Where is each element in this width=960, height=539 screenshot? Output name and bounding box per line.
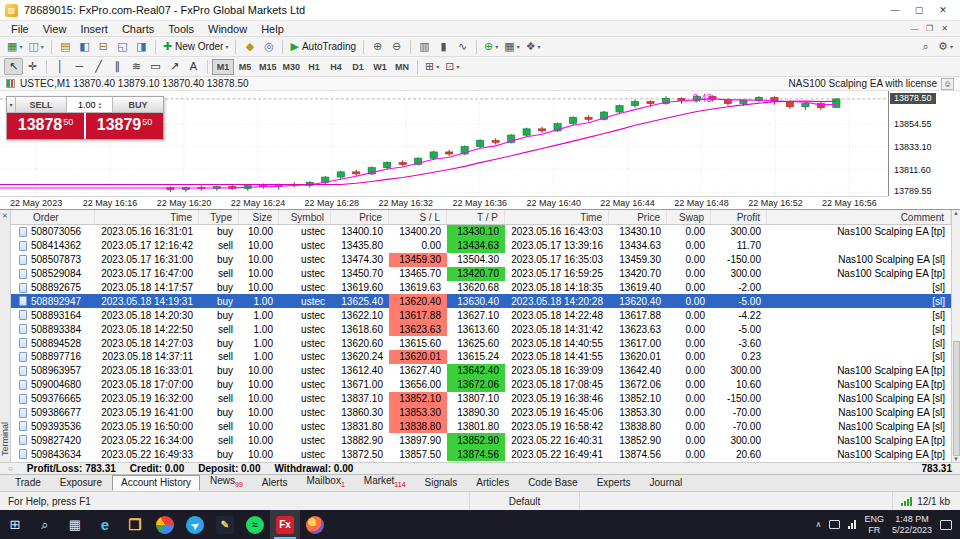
task-view-icon[interactable]: ▦: [60, 510, 90, 539]
ea-smiley-icon[interactable]: ☺: [941, 78, 954, 90]
history-row[interactable]: 5098436342023.05.22 16:49:33buy10.00uste…: [11, 447, 951, 461]
history-row[interactable]: 5088977162023.05.18 14:37:11sell1.00uste…: [11, 350, 951, 364]
tab-journal[interactable]: Journal: [641, 475, 692, 491]
history-row[interactable]: 5084143622023.05.17 12:16:42sell10.00ust…: [11, 239, 951, 253]
history-row[interactable]: 5093866772023.05.19 16:41:00buy10.00uste…: [11, 406, 951, 420]
timeframe-d1[interactable]: D1: [347, 59, 369, 75]
history-row[interactable]: 5098274202023.05.22 16:34:00sell10.00ust…: [11, 433, 951, 447]
tab-experts[interactable]: Experts: [588, 475, 640, 491]
buy-price-button[interactable]: 1387950: [84, 113, 163, 139]
bar-chart-type-icon[interactable]: ▥: [415, 38, 434, 55]
history-row[interactable]: 5085290842023.05.17 16:47:00sell10.00ust…: [11, 267, 951, 281]
column-header-comment[interactable]: Comment: [767, 210, 951, 224]
scroll-up-icon[interactable]: ▲: [953, 210, 959, 216]
column-header-type[interactable]: Type: [199, 210, 239, 224]
new-order-button[interactable]: ✚New Order▾: [160, 38, 232, 55]
profiles-icon[interactable]: ◫▾: [25, 38, 46, 55]
channel-icon[interactable]: ∥: [108, 58, 127, 75]
strategy-tester-icon[interactable]: ◨: [132, 38, 151, 55]
network-icon[interactable]: [848, 520, 856, 529]
tab-code-base[interactable]: Code Base: [519, 475, 586, 491]
minimize-button[interactable]: —: [883, 2, 907, 19]
shapes-icon[interactable]: ▭: [146, 58, 165, 75]
tab-news[interactable]: News99: [201, 473, 252, 491]
column-header-t-p[interactable]: T / P: [447, 210, 505, 224]
buy-button[interactable]: BUY: [113, 97, 163, 112]
search-icon[interactable]: ⌕: [916, 38, 935, 55]
history-row[interactable]: 5088931642023.05.18 14:20:30buy1.00ustec…: [11, 308, 951, 322]
autotrading-button[interactable]: ▶AutoTrading: [287, 38, 359, 55]
timeframe-mn[interactable]: MN: [391, 59, 413, 75]
taskbar-clock[interactable]: 1:48 PM5/22/2023: [892, 514, 932, 535]
chart-close-button[interactable]: ✕: [937, 24, 952, 33]
history-row[interactable]: 5088926752023.05.18 14:17:57buy10.00uste…: [11, 281, 951, 295]
line-chart-type-icon[interactable]: ∿: [453, 38, 472, 55]
zoom-out-icon[interactable]: ⊖: [387, 38, 406, 55]
tab-market[interactable]: Market114: [355, 473, 415, 491]
metaeditor-icon[interactable]: ◆: [240, 38, 259, 55]
browser-icon[interactable]: [300, 510, 330, 539]
menu-tools[interactable]: Tools: [161, 23, 201, 35]
history-row[interactable]: 5088945282023.05.18 14:27:03buy1.00ustec…: [11, 336, 951, 350]
grid-settings-icon[interactable]: ⊞▾: [422, 58, 442, 75]
history-row[interactable]: 5088929472023.05.18 14:19:31buy1.00ustec…: [11, 294, 951, 308]
arrows-icon[interactable]: ↗: [165, 58, 184, 75]
data-window-icon[interactable]: ◧: [75, 38, 94, 55]
timeframe-m15[interactable]: M15: [256, 59, 280, 75]
edge-icon[interactable]: e: [90, 510, 120, 539]
volume-input[interactable]: 1.00 ▴▾: [67, 97, 113, 112]
table-scrollbar[interactable]: ▲ ▼: [951, 210, 960, 462]
history-row[interactable]: 5093935362023.05.19 16:50:00sell10.00ust…: [11, 419, 951, 433]
history-row[interactable]: 5093766652023.05.19 16:32:00sell10.00ust…: [11, 392, 951, 406]
column-header-time[interactable]: Time: [95, 210, 199, 224]
column-header-order[interactable]: Order: [11, 210, 95, 224]
column-header-symbol[interactable]: Symbol: [279, 210, 331, 224]
cursor-icon[interactable]: ↖: [4, 58, 23, 75]
history-row[interactable]: 5089639572023.05.18 16:33:01buy10.00uste…: [11, 364, 951, 378]
column-header-size[interactable]: Size: [239, 210, 279, 224]
one-click-collapse-icon[interactable]: ▾: [7, 97, 16, 112]
timeframe-m30[interactable]: M30: [280, 59, 304, 75]
timeframe-m5[interactable]: M5: [234, 59, 256, 75]
history-row[interactable]: 5088933842023.05.18 14:22:50sell1.00uste…: [11, 322, 951, 336]
sell-price-button[interactable]: 1387850: [7, 113, 84, 139]
plugins-icon[interactable]: ⚙▾: [935, 38, 956, 55]
timeframe-h1[interactable]: H1: [303, 59, 325, 75]
menu-view[interactable]: View: [36, 23, 74, 35]
column-header-s-l[interactable]: S / L: [389, 210, 447, 224]
chart-plot[interactable]: 0.43 ▾ SELL 1.00 ▴▾ BUY: [0, 91, 888, 196]
chart-restore-button[interactable]: ❐: [922, 24, 937, 33]
timeframe-m1[interactable]: M1: [212, 59, 234, 75]
file-explorer-icon[interactable]: ❒: [120, 510, 150, 539]
timeframe-w1[interactable]: W1: [369, 59, 391, 75]
action-center-icon[interactable]: [940, 520, 952, 530]
text-label-icon[interactable]: A: [184, 58, 203, 75]
metaeditor-icon[interactable]: ✎: [210, 510, 240, 539]
candle-chart-type-icon[interactable]: ▮: [434, 38, 453, 55]
close-button[interactable]: ✕: [931, 2, 955, 19]
column-header-time[interactable]: Time: [505, 210, 609, 224]
history-row[interactable]: 5080730562023.05.16 16:31:01buy10.00uste…: [11, 225, 951, 239]
tab-trade[interactable]: Trade: [6, 475, 50, 491]
volume-spinner[interactable]: ▴▾: [99, 101, 102, 109]
menu-charts[interactable]: Charts: [115, 23, 161, 35]
telegram-icon[interactable]: ➤: [180, 510, 210, 539]
column-header-price[interactable]: Price: [331, 210, 389, 224]
chart-minimize-button[interactable]: —: [907, 24, 922, 33]
column-header-price[interactable]: Price: [609, 210, 667, 224]
chrome-icon[interactable]: [150, 510, 180, 539]
terminal-close-icon[interactable]: ✕: [2, 210, 8, 221]
spotify-icon[interactable]: ≈: [240, 510, 270, 539]
menu-window[interactable]: Window: [201, 23, 254, 35]
fxpro-icon[interactable]: Fx: [270, 510, 300, 539]
status-profile[interactable]: Default: [470, 492, 580, 510]
tab-exposure[interactable]: Exposure: [51, 475, 111, 491]
expert-advisors-icon[interactable]: ◎: [259, 38, 278, 55]
tray-chevron-icon[interactable]: ∧: [816, 520, 822, 529]
menu-insert[interactable]: Insert: [73, 23, 115, 35]
maximize-button[interactable]: ▢: [907, 2, 931, 19]
sell-button[interactable]: SELL: [16, 97, 67, 112]
scrollbar-thumb[interactable]: [953, 341, 960, 456]
taskbar-search-icon[interactable]: ⌕: [30, 510, 60, 539]
menu-help[interactable]: Help: [254, 23, 291, 35]
